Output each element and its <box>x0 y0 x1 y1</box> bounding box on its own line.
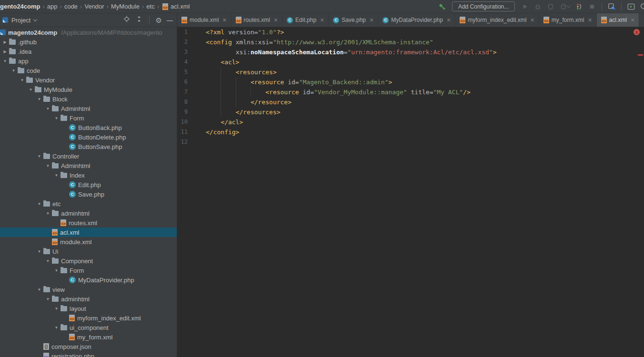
tree-item-Form[interactable]: ▼Form <box>0 113 177 123</box>
tree-expand-icon[interactable]: ▼ <box>35 249 43 254</box>
tree-item-ButtonDelete.php[interactable]: CButtonDelete.php <box>0 132 177 142</box>
line-number[interactable]: 2 <box>177 37 188 47</box>
breadcrumb-item[interactable]: acl.xml <box>169 3 191 10</box>
gear-icon[interactable]: ⚙ <box>156 17 162 24</box>
tab-close-icon[interactable]: × <box>631 17 634 23</box>
build-hammer-icon[interactable] <box>437 2 447 11</box>
tree-expand-icon[interactable]: ▼ <box>44 107 52 111</box>
tree-item-Controller[interactable]: ▼Controller <box>0 151 177 161</box>
hide-panel-button[interactable]: — <box>167 17 173 23</box>
chevron-down-icon[interactable] <box>33 17 37 21</box>
tab-module.xml[interactable]: module.xml× <box>177 13 231 27</box>
tree-item-MyModule[interactable]: ▼MyModule <box>0 85 177 94</box>
tab-Edit.php[interactable]: CEdit.php× <box>282 13 329 27</box>
tree-item-composer.json[interactable]: {}composer.json <box>0 342 177 351</box>
tree-expand-icon[interactable]: ▼ <box>44 211 52 216</box>
tree-item-acl.xml[interactable]: acl.xml <box>0 228 177 237</box>
tree-item-Block[interactable]: ▼Block <box>0 94 177 104</box>
tree-item-MyDataProvider.php[interactable]: CMyDataProvider.php <box>0 275 177 285</box>
tab-my_form.xml[interactable]: my_form.xml× <box>539 13 597 27</box>
tree-expand-icon[interactable]: ▼ <box>35 97 43 101</box>
tree-expand-icon[interactable]: ▼ <box>18 78 26 82</box>
code-line[interactable]: <resources> <box>206 67 637 77</box>
line-number[interactable]: 8 <box>177 97 188 107</box>
line-number[interactable]: 1 <box>177 27 188 37</box>
breadcrumb-item[interactable]: code <box>63 3 79 10</box>
code-line[interactable]: <resource id="Vendor_MyModule::manage" t… <box>206 87 637 97</box>
tree-item-Save.php[interactable]: CSave.php <box>0 189 177 199</box>
tab-Save.php[interactable]: CSave.php× <box>329 13 378 27</box>
tab-close-icon[interactable]: × <box>588 17 592 23</box>
code-line[interactable]: <acl> <box>206 57 637 67</box>
tree-item-my_form.xml[interactable]: my_form.xml <box>0 332 177 342</box>
tree-item-myform_index_edit.xml[interactable]: myform_index_edit.xml <box>0 313 177 323</box>
code-line[interactable]: </acl> <box>206 117 637 127</box>
tab-close-icon[interactable]: × <box>320 17 324 23</box>
attach-debugger-icon[interactable] <box>574 2 584 11</box>
tree-item-view[interactable]: ▼view <box>0 285 177 294</box>
collapse-all-button[interactable] <box>135 15 143 25</box>
tree-expand-icon[interactable]: ▼ <box>52 116 60 120</box>
tab-MyDataProvider.php[interactable]: CMyDataProvider.php× <box>378 13 455 27</box>
code-line[interactable] <box>206 137 637 147</box>
tree-expand-icon[interactable]: ▼ <box>52 268 60 273</box>
tree-expand-icon[interactable]: ▼ <box>44 297 52 301</box>
tree-expand-icon[interactable]: ▼ <box>35 154 43 159</box>
tree-expand-icon[interactable]: ▼ <box>35 202 43 206</box>
tree-expand-icon[interactable]: ▼ <box>44 164 52 168</box>
breadcrumb-item[interactable]: app <box>46 3 59 10</box>
breadcrumb-item[interactable]: etc <box>145 3 156 10</box>
line-number[interactable]: 9 <box>177 107 188 117</box>
locate-file-button[interactable] <box>123 15 131 25</box>
tree-item-app[interactable]: ▼app <box>0 56 177 66</box>
line-number[interactable]: 12 <box>177 137 188 147</box>
line-number[interactable]: 6 <box>177 77 188 87</box>
tree-item-Index[interactable]: ▼Index <box>0 170 177 180</box>
tree-item-ButtonBack.php[interactable]: CButtonBack.php <box>0 123 177 132</box>
tree-item-registration.php[interactable]: registration.php <box>0 351 177 357</box>
line-number[interactable]: 11 <box>177 127 188 137</box>
tab-close-icon[interactable]: × <box>447 17 451 23</box>
code-line[interactable]: <?xml version="1.0"?> <box>206 27 637 37</box>
code-line[interactable]: <resource id="Magento_Backend::admin"> <box>206 77 637 87</box>
line-number[interactable]: 10 <box>177 117 188 127</box>
breadcrumb-item[interactable]: gento24comp <box>0 3 42 10</box>
tab-acl.xml[interactable]: acl.xml× <box>597 13 640 27</box>
tree-expand-icon[interactable]: ▼ <box>27 88 35 92</box>
editor-gutter[interactable]: 123456789101112 <box>177 27 188 147</box>
tab-myform_index_edit.xml[interactable]: myform_index_edit.xml× <box>455 13 539 27</box>
tab-routes.xml[interactable]: routes.xml× <box>231 13 283 27</box>
tree-item-Adminhtml[interactable]: ▼Adminhtml <box>0 104 177 113</box>
code-line[interactable]: xsi:noNamespaceSchemaLocation="urn:magen… <box>206 47 637 57</box>
code-line[interactable]: <config xmlns:xsi="http://www.w3.org/200… <box>206 37 637 47</box>
tree-item-ui_component[interactable]: ▼ui_component <box>0 323 177 332</box>
tree-expand-icon[interactable]: ▼ <box>1 59 9 63</box>
breadcrumb-item[interactable]: Vendor <box>83 3 105 10</box>
hidden-tabs-chevron-icon[interactable] <box>639 13 644 27</box>
tree-item-Vendor[interactable]: ▼Vendor <box>0 75 177 85</box>
tree-item-.idea[interactable]: ▶.idea <box>0 47 177 56</box>
tree-item-etc[interactable]: ▼etc <box>0 199 177 208</box>
error-badge[interactable]: 8 <box>634 29 640 35</box>
tree-expand-icon[interactable]: ▶ <box>1 40 9 44</box>
tree-expand-icon[interactable]: ▼ <box>52 173 60 178</box>
tree-expand-icon[interactable]: ▼ <box>52 326 60 330</box>
breadcrumb-item[interactable]: MyModule <box>110 3 141 10</box>
search-icon[interactable] <box>639 2 644 11</box>
code-line[interactable]: </resource> <box>206 97 637 107</box>
tree-expand-icon[interactable]: ▼ <box>35 288 43 292</box>
tree-item-magento24comp[interactable]: magento24comp/Applications/MAMP/htdocs/m… <box>0 28 177 37</box>
tree-item-layout[interactable]: ▼layout <box>0 304 177 313</box>
tree-item-Component[interactable]: ▼Component <box>0 256 177 266</box>
editor[interactable]: 123456789101112 <?xml version="1.0"?><co… <box>177 27 644 357</box>
code-line[interactable]: </config> <box>206 127 637 137</box>
code-area[interactable]: <?xml version="1.0"?><config xmlns:xsi="… <box>206 27 637 147</box>
line-number[interactable]: 4 <box>177 57 188 67</box>
tree-item-module.xml[interactable]: module.xml <box>0 237 177 247</box>
tree-expand-icon[interactable]: ▼ <box>52 307 60 311</box>
run-anything-icon[interactable] <box>626 2 636 11</box>
error-stripe-mark[interactable] <box>638 54 643 56</box>
tab-close-icon[interactable]: × <box>274 17 278 23</box>
tree-item-.github[interactable]: ▶.github <box>0 37 177 47</box>
tree-item-Adminhtml[interactable]: ▼Adminhtml <box>0 161 177 170</box>
